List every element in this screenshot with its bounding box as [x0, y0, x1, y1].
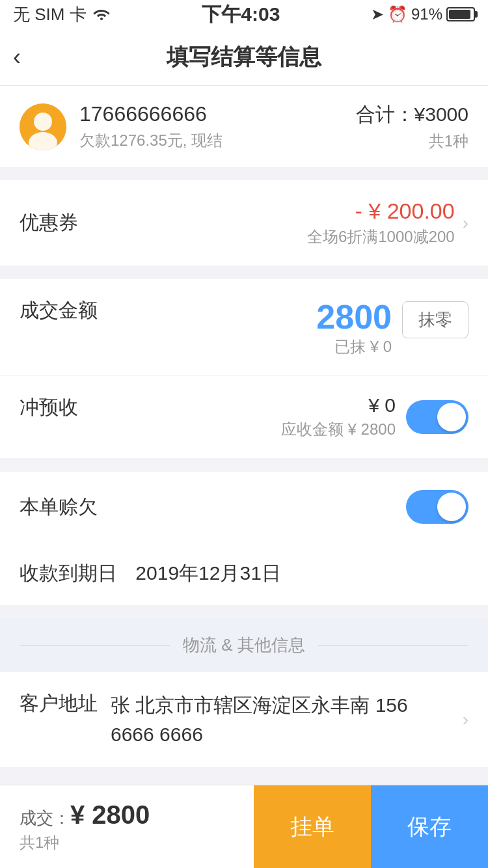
- bottom-count: 共1种: [20, 832, 234, 853]
- round-button[interactable]: 抹零: [402, 301, 468, 338]
- user-info-row: 17666666666 欠款1276.35元, 现结 合计：¥3000 共1种: [0, 86, 488, 167]
- coupon-sub: 全场6折满1000减200: [307, 226, 455, 247]
- status-time: 下午4:03: [202, 1, 280, 28]
- divider-3: [0, 459, 488, 472]
- battery-percent: 91%: [411, 5, 442, 23]
- user-sub-text: 欠款1276.35元, 现结: [79, 130, 223, 151]
- section-divider-text: 物流 & 其他信息: [183, 634, 305, 657]
- prepay-right: ¥ 0 应收金额 ¥ 2800: [281, 394, 468, 440]
- divider-line-right: [318, 645, 468, 645]
- status-right: ➤ ⏰ 91%: [371, 5, 475, 23]
- bottom-deal-amount: ¥ 2800: [70, 800, 150, 830]
- user-left: 17666666666 欠款1276.35元, 现结: [20, 102, 223, 151]
- due-date-label: 收款到期日 2019年12月31日: [20, 560, 281, 587]
- coupon-label: 优惠券: [20, 210, 78, 236]
- page-title: 填写结算等信息: [167, 42, 321, 72]
- save-button[interactable]: 保存: [371, 785, 488, 869]
- coupon-chevron-icon: ›: [463, 213, 468, 234]
- address-row[interactable]: 客户地址 张 北京市市辖区海淀区永丰南 156 6666 6666 ›: [0, 672, 488, 767]
- deal-amount-row: 成交金额 2800 已抹 ¥ 0 抹零: [0, 279, 488, 376]
- total-amount: 合计：¥3000: [356, 102, 468, 128]
- bottom-deal-label: 成交：: [20, 807, 70, 830]
- user-phone: 17666666666: [79, 102, 223, 126]
- hang-button[interactable]: 挂单: [254, 785, 371, 869]
- location-icon: ➤: [371, 5, 384, 23]
- status-bar: 无 SIM 卡 下午4:03 ➤ ⏰ 91%: [0, 0, 488, 29]
- address-content: 张 北京市市辖区海淀区永丰南 156 6666 6666: [111, 690, 450, 749]
- bottom-bar: 成交： ¥ 2800 共1种 挂单 保存: [0, 785, 488, 868]
- user-info: 17666666666 欠款1276.35元, 现结: [79, 102, 223, 151]
- sim-label: 无 SIM 卡: [13, 3, 87, 26]
- bottom-info: 成交： ¥ 2800 共1种: [0, 800, 254, 853]
- debt-toggle[interactable]: [406, 490, 468, 524]
- deal-right: 2800 已抹 ¥ 0 抹零: [316, 297, 468, 357]
- wifi-icon: [92, 5, 111, 25]
- deal-already: 已抹 ¥ 0: [316, 336, 392, 357]
- prepay-label: 冲预收: [20, 394, 78, 421]
- prepay-row: 冲预收 ¥ 0 应收金额 ¥ 2800: [0, 376, 488, 459]
- address-chevron-icon: ›: [463, 709, 468, 730]
- divider-4: [0, 605, 488, 618]
- deal-label: 成交金额: [20, 297, 98, 324]
- prepay-amount: ¥ 0: [281, 394, 396, 416]
- prepay-sub: 应收金额 ¥ 2800: [281, 419, 396, 440]
- status-left: 无 SIM 卡: [13, 3, 111, 26]
- svg-point-1: [34, 113, 52, 131]
- debt-toggle-knob: [437, 493, 466, 521]
- deal-amount: 2800: [316, 297, 392, 336]
- prepay-toggle-knob: [437, 403, 466, 431]
- coupon-discount: - ¥ 200.00: [307, 198, 455, 224]
- due-date-row: 收款到期日 2019年12月31日: [0, 542, 488, 605]
- prepay-value-col: ¥ 0 应收金额 ¥ 2800: [281, 394, 396, 440]
- prepay-toggle[interactable]: [406, 400, 468, 434]
- nav-bar: ‹ 填写结算等信息: [0, 29, 488, 86]
- debt-row: 本单赊欠: [0, 472, 488, 542]
- address-label: 客户地址: [20, 690, 98, 717]
- alarm-icon: ⏰: [388, 5, 407, 23]
- back-button[interactable]: ‹: [13, 44, 21, 71]
- user-right: 合计：¥3000 共1种: [356, 102, 468, 152]
- battery-icon: [446, 7, 475, 21]
- debt-label: 本单赊欠: [20, 494, 98, 521]
- divider-2: [0, 266, 488, 279]
- due-date-value: 2019年12月31日: [135, 562, 280, 584]
- avatar: [20, 103, 66, 150]
- coupon-row[interactable]: 优惠券 - ¥ 200.00 全场6折满1000减200 ›: [0, 180, 488, 266]
- section-divider: 物流 & 其他信息: [0, 618, 488, 672]
- content: 17666666666 欠款1276.35元, 现结 合计：¥3000 共1种 …: [0, 86, 488, 868]
- divider-1: [0, 167, 488, 180]
- total-count: 共1种: [356, 131, 468, 152]
- divider-line-left: [20, 645, 170, 645]
